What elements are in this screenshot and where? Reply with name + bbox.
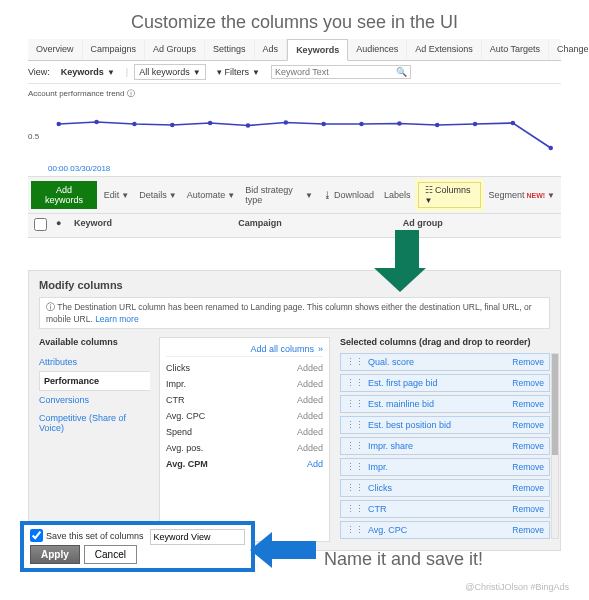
category-attributes[interactable]: Attributes <box>39 353 149 371</box>
tab-campaigns[interactable]: Campaigns <box>83 39 146 60</box>
remove-link[interactable]: Remove <box>512 462 544 472</box>
keyword-col[interactable]: Keyword <box>68 214 232 237</box>
campaign-col[interactable]: Campaign <box>232 214 396 237</box>
drag-handle-icon[interactable]: ⋮⋮ <box>346 399 364 409</box>
checkbox-col[interactable] <box>28 214 50 237</box>
segment-dropdown[interactable]: Segment NEW! ▼ <box>485 188 558 202</box>
selected-column-name: Qual. score <box>368 357 414 367</box>
tab-settings[interactable]: Settings <box>205 39 255 60</box>
chevron-right-icon: » <box>318 344 323 354</box>
selected-column-row[interactable]: ⋮⋮Est. best position bidRemove <box>340 416 550 434</box>
chart-timestamp: 00:00 03/30/2018 <box>48 162 561 173</box>
modify-columns-panel: Modify columns ⓘ The Destination URL col… <box>28 270 561 551</box>
new-badge: NEW! <box>526 192 545 199</box>
remove-link[interactable]: Remove <box>512 357 544 367</box>
svg-point-8 <box>359 122 364 126</box>
metric-row: Impr.Added <box>166 376 323 392</box>
tab-keywords[interactable]: Keywords <box>287 39 348 61</box>
all-keywords-dropdown[interactable]: All keywords▼ <box>134 64 205 80</box>
tab-ad-extensions[interactable]: Ad Extensions <box>407 39 482 60</box>
keyword-search-input[interactable] <box>275 67 396 77</box>
selected-column-row[interactable]: ⋮⋮Est. mainline bidRemove <box>340 395 550 413</box>
drag-handle-icon[interactable]: ⋮⋮ <box>346 420 364 430</box>
modify-title: Modify columns <box>39 279 550 291</box>
selected-column-row[interactable]: ⋮⋮ClicksRemove <box>340 479 550 497</box>
selected-column-row[interactable]: ⋮⋮CTRRemove <box>340 500 550 518</box>
credits: @ChristiJOlson #BingAds <box>465 582 569 592</box>
grid-header: ● Keyword Campaign Ad group <box>28 214 561 238</box>
tab-auto-targets[interactable]: Auto Targets <box>482 39 549 60</box>
labels-dropdown[interactable]: Labels <box>381 188 414 202</box>
selected-column-row[interactable]: ⋮⋮Avg. CPCRemove <box>340 521 550 539</box>
metric-name: Avg. CPC <box>166 411 205 421</box>
selected-column-row[interactable]: ⋮⋮Est. first page bidRemove <box>340 374 550 392</box>
metric-name: Impr. <box>166 379 186 389</box>
learn-more-link[interactable]: Learn more <box>95 314 138 324</box>
svg-point-11 <box>473 122 478 126</box>
performance-trend: Account performance trend ⓘ 0.5 00:00 03… <box>28 84 561 176</box>
add-all-columns-link[interactable]: Add all columns» <box>166 342 323 357</box>
tab-audiences[interactable]: Audiences <box>348 39 407 60</box>
tab-overview[interactable]: Overview <box>28 39 83 60</box>
cancel-button[interactable]: Cancel <box>84 545 137 564</box>
svg-point-12 <box>511 121 516 125</box>
remove-link[interactable]: Remove <box>512 378 544 388</box>
svg-point-1 <box>94 120 99 124</box>
drag-handle-icon[interactable]: ⋮⋮ <box>346 462 364 472</box>
remove-link[interactable]: Remove <box>512 483 544 493</box>
selected-column-name: Est. first page bid <box>368 378 438 388</box>
automate-dropdown[interactable]: Automate▼ <box>184 188 238 202</box>
help-icon[interactable]: ⓘ <box>127 89 135 98</box>
columns-dropdown[interactable]: ☷ Columns ▼ <box>418 182 482 208</box>
scrollbar[interactable] <box>551 353 559 539</box>
drag-handle-icon[interactable]: ⋮⋮ <box>346 357 364 367</box>
y-tick: 0.5 <box>28 132 39 141</box>
selected-column-row[interactable]: ⋮⋮Impr. shareRemove <box>340 437 550 455</box>
edit-dropdown[interactable]: Edit▼ <box>101 188 132 202</box>
view-name-input[interactable] <box>150 529 245 545</box>
category-performance[interactable]: Performance <box>39 371 150 391</box>
filters-dropdown[interactable]: ▾Filters▼ <box>212 64 265 80</box>
scrollbar-thumb[interactable] <box>552 354 558 455</box>
metric-row: ClicksAdded <box>166 360 323 376</box>
selected-column-name: Impr. share <box>368 441 413 451</box>
download-icon: ⭳ <box>323 190 332 200</box>
drag-handle-icon[interactable]: ⋮⋮ <box>346 483 364 493</box>
download-button[interactable]: ⭳Download <box>320 188 377 202</box>
arrow-left-annotation <box>250 532 316 568</box>
page-title: Customize the columns you see in the UI <box>0 0 589 39</box>
callout-text: Name it and save it! <box>324 549 483 570</box>
tab-ad-groups[interactable]: Ad Groups <box>145 39 205 60</box>
available-categories: Available columns AttributesPerformanceC… <box>39 337 149 542</box>
apply-button[interactable]: Apply <box>30 545 80 564</box>
drag-handle-icon[interactable]: ⋮⋮ <box>346 525 364 535</box>
save-set-checkbox[interactable]: Save this set of columns <box>30 529 144 542</box>
drag-handle-icon[interactable]: ⋮⋮ <box>346 504 364 514</box>
metric-name: Avg. CPM <box>166 459 208 469</box>
selected-column-row[interactable]: ⋮⋮Impr.Remove <box>340 458 550 476</box>
tab-change-history[interactable]: Change History <box>549 39 589 60</box>
add-keywords-button[interactable]: Add keywords <box>31 181 97 209</box>
remove-link[interactable]: Remove <box>512 504 544 514</box>
drag-handle-icon[interactable]: ⋮⋮ <box>346 378 364 388</box>
remove-link[interactable]: Remove <box>512 399 544 409</box>
keyword-search[interactable]: 🔍 <box>271 65 411 79</box>
category-competitive[interactable]: Competitive (Share of Voice) <box>39 409 149 437</box>
remove-link[interactable]: Remove <box>512 525 544 535</box>
category-conversions[interactable]: Conversions <box>39 391 149 409</box>
metric-name: Clicks <box>166 363 190 373</box>
tab-ads[interactable]: Ads <box>255 39 288 60</box>
remove-link[interactable]: Remove <box>512 441 544 451</box>
details-dropdown[interactable]: Details▼ <box>136 188 179 202</box>
view-dropdown[interactable]: Keywords▼ <box>56 64 120 80</box>
selected-column-row[interactable]: ⋮⋮Qual. scoreRemove <box>340 353 550 371</box>
line-chart-svg <box>28 102 561 162</box>
search-icon[interactable]: 🔍 <box>396 67 407 77</box>
drag-handle-icon[interactable]: ⋮⋮ <box>346 441 364 451</box>
metric-status: Added <box>297 379 323 389</box>
bid-strategy-dropdown[interactable]: Bid strategy type▼ <box>242 183 316 207</box>
grid-actionbar: Add keywords Edit▼ Details▼ Automate▼ Bi… <box>28 176 561 214</box>
metric-status[interactable]: Add <box>307 459 323 469</box>
metric-row: Avg. CPMAdd <box>166 456 323 472</box>
remove-link[interactable]: Remove <box>512 420 544 430</box>
